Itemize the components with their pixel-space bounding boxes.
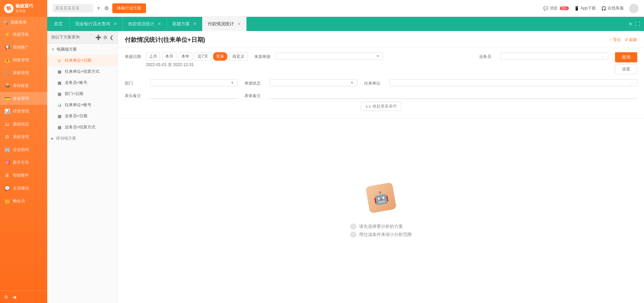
sidebar-item-sales[interactable]: 💰 销售管理 <box>0 54 47 66</box>
salesman-select[interactable]: … <box>500 53 608 60</box>
tab-bank-flow[interactable]: 现金银行流水查询 ✕ <box>70 17 123 31</box>
table-head-note-input[interactable] <box>150 91 238 99</box>
empty-hint-2: 2 用过滤条件来缩小分析范围 <box>350 232 412 238</box>
page-header-actions: ↑ 导出 ↺ 刷新 <box>610 37 637 43</box>
query-btn[interactable]: 查询 <box>615 52 637 62</box>
quick-nav-icon: ⚡ <box>4 31 10 37</box>
guide-icon: 🎯 <box>4 159 10 165</box>
app-download-btn[interactable]: 📱 App下载 <box>574 5 596 11</box>
enterprise-icon: 🏢 <box>4 147 10 153</box>
tree-item-counterpart-account[interactable]: 📊 往来单位+账号 <box>47 99 118 111</box>
tree-item-salesman-settle[interactable]: ▦ 业务员+结算方式 <box>47 122 118 133</box>
operation-icon: 📊 <box>4 108 10 114</box>
sidebar-item-guide[interactable]: 🎯 新手引导 <box>0 156 47 169</box>
collapse-conditions-icon: ∧∧ <box>365 104 371 109</box>
date-btn-7days[interactable]: 近7天 <box>195 52 211 61</box>
counterpart-select[interactable]: … <box>389 79 637 86</box>
collapse-sidebar-icon[interactable]: ◀ <box>12 294 16 300</box>
tab-close-new-scheme[interactable]: ✕ <box>193 22 197 26</box>
voucher-status-select[interactable]: ▼ <box>270 79 357 86</box>
sidebar-item-operation[interactable]: 📊 经营管理 <box>0 105 47 118</box>
pc-scheme-arrow: ▼ <box>51 48 55 51</box>
tab-close-payment-stats[interactable]: ✕ <box>237 22 241 26</box>
dept-select[interactable]: ▼ <box>150 79 238 86</box>
content-area: 按以下方案查询 ➕ ⚙ ❮ ▼ 电脑端方案 ⊙ 往来单位+日期 ▦ <box>47 31 644 303</box>
tab-close-bank-flow[interactable]: ✕ <box>114 22 117 26</box>
sidebar-item-member[interactable]: 👑 畅会员 <box>0 194 47 207</box>
topbar-settings-icon[interactable]: ⚙ <box>104 5 109 11</box>
sidebar-item-marketing[interactable]: 📢 营销推广 <box>0 41 47 54</box>
hint-num-2: 2 <box>350 232 356 238</box>
date-btn-last-month[interactable]: 上月 <box>146 52 160 61</box>
tab-new-scheme[interactable]: 新建方案 ✕ <box>167 17 202 31</box>
add-scheme-btn[interactable]: ➕ <box>95 35 101 40</box>
tab-receivable-stats[interactable]: 收款情况统计 ✕ <box>123 17 167 31</box>
filter-area: 单据日期 上月 本月 本年 近7天 更多 自定义 20 <box>118 48 644 119</box>
search-icon: 🔍 <box>3 20 8 25</box>
message-btn[interactable]: 💬 消息 99+ <box>543 5 569 11</box>
tree-item-salesman-date[interactable]: ▦ 业务员+日期 <box>47 111 118 122</box>
hardware-icon: 🖥 <box>4 172 10 178</box>
tab-payment-stats[interactable]: 付款情况统计 ✕ <box>202 17 246 31</box>
table-body-note-input[interactable] <box>270 91 637 99</box>
tabbar: 首页 现金银行流水查询 ✕ 收款情况统计 ✕ 新建方案 ✕ 付款情况统计 ✕ ✕… <box>47 17 644 31</box>
filter-settings-btn[interactable]: 设置 <box>615 64 637 74</box>
collapse-panel-btn[interactable]: ❮ <box>110 35 114 40</box>
tree-item-counterpart-settle[interactable]: ▦ 往来单位+结算方式 <box>47 66 118 77</box>
dept-chevron-icon: ▼ <box>231 81 234 85</box>
sidebar-item-inventory[interactable]: 📦 库存核算 <box>0 79 47 92</box>
empty-state: 🤖 1 请先选择要分析的方案 2 用过滤条件来缩小分析范围 <box>118 119 644 303</box>
tree-item-salesman-account[interactable]: ▦ 业务员+账号 <box>47 77 118 88</box>
source-select[interactable]: ▼ <box>275 53 383 60</box>
left-panel-header-actions: ➕ ⚙ ❮ <box>95 35 114 40</box>
marketing-icon: 📢 <box>4 44 10 50</box>
sidebar-item-quick-nav[interactable]: ⚡ 快捷导航 <box>0 28 47 41</box>
collapse-conditions-btn[interactable]: ∧∧ 收起更多条件 <box>361 102 401 111</box>
tree-item-counterpart-date[interactable]: ⊙ 往来单位+日期 <box>47 55 118 66</box>
pc-scheme-root[interactable]: ▼ 电脑端方案 <box>47 44 118 55</box>
online-service-btn[interactable]: 🎧 在线客服 <box>601 5 624 11</box>
mobile-scheme-section[interactable]: ▶ 移动端方案 <box>47 133 118 144</box>
sidebar-search[interactable]: 🔍 搜索菜单 <box>0 17 47 28</box>
user-avatar[interactable] <box>629 4 639 13</box>
date-range-text: 2022-01-01 至 2022-12-31 <box>146 62 247 68</box>
maximize-window-icon[interactable]: ⛶ <box>635 21 640 27</box>
sidebar-item-capital[interactable]: 💳 资金管理 <box>0 92 47 105</box>
counterpart-account-icon: 📊 <box>57 102 62 108</box>
date-btn-this-year[interactable]: 本年 <box>178 52 193 61</box>
try-industry-btn[interactable]: 体验行业方案 <box>112 3 146 13</box>
company-name: 某某某某某某 <box>53 4 93 12</box>
voucher-status-chevron-icon: ▼ <box>350 81 354 85</box>
left-panel: 按以下方案查询 ➕ ⚙ ❮ ▼ 电脑端方案 ⊙ 往来单位+日期 ▦ <box>47 31 118 303</box>
member-icon: 👑 <box>4 198 10 204</box>
salesman-date-icon: ▦ <box>57 114 62 119</box>
date-btn-this-month[interactable]: 本月 <box>162 52 176 61</box>
export-btn[interactable]: ↑ 导出 <box>610 37 621 43</box>
tab-close-receivable-stats[interactable]: ✕ <box>158 22 161 26</box>
sidebar-item-enterprise[interactable]: 🏢 企业协同 <box>0 143 47 156</box>
hint-num-1: 1 <box>350 223 356 230</box>
scheme-settings-btn[interactable]: ⚙ <box>103 35 108 40</box>
salesman-account-icon: ▦ <box>57 80 62 86</box>
topbar: 某某某某某某 ▼ ⚙ 体验行业方案 💬 消息 99+ 📱 App下载 🎧 在线客… <box>47 0 644 17</box>
service-icon: 🎧 <box>601 6 606 11</box>
counterpart-date-icon: ⊙ <box>57 58 62 63</box>
tree-item-dept-date[interactable]: ▦ 部门+日期 <box>47 88 118 99</box>
voucher-status-label: 单据状态 <box>244 79 263 86</box>
salesman-settle-icon: ▦ <box>57 125 62 130</box>
close-window-icon[interactable]: ✕ <box>628 21 633 27</box>
sidebar-item-purchase[interactable]: 🛒 采购管理 <box>0 66 47 79</box>
sidebar-item-wechat[interactable]: 💬 企业微信 <box>0 182 47 194</box>
sidebar-item-system[interactable]: ⚙ 系统管理 <box>0 130 47 143</box>
window-controls: ✕ ⛶ <box>624 17 644 31</box>
logo-text: 畅捷通巧 标准版 <box>16 3 33 13</box>
tab-home[interactable]: 首页 <box>47 17 70 31</box>
sidebar-item-basic-info[interactable]: 🗂 基础信息 <box>0 118 47 130</box>
date-btn-custom[interactable]: 自定义 <box>229 52 247 61</box>
sidebar-item-hardware[interactable]: 🖥 智能硬件 <box>0 169 47 182</box>
refresh-btn[interactable]: ↺ 刷新 <box>624 37 637 43</box>
settings-bottom-icon[interactable]: ⚙ <box>4 294 8 300</box>
date-btn-more[interactable]: 更多 <box>213 52 227 61</box>
pc-scheme-section: ▼ 电脑端方案 ⊙ 往来单位+日期 ▦ 往来单位+结算方式 ▦ 业务员+账号 ▦ <box>47 44 118 133</box>
topbar-dropdown-icon[interactable]: ▼ <box>96 6 101 11</box>
